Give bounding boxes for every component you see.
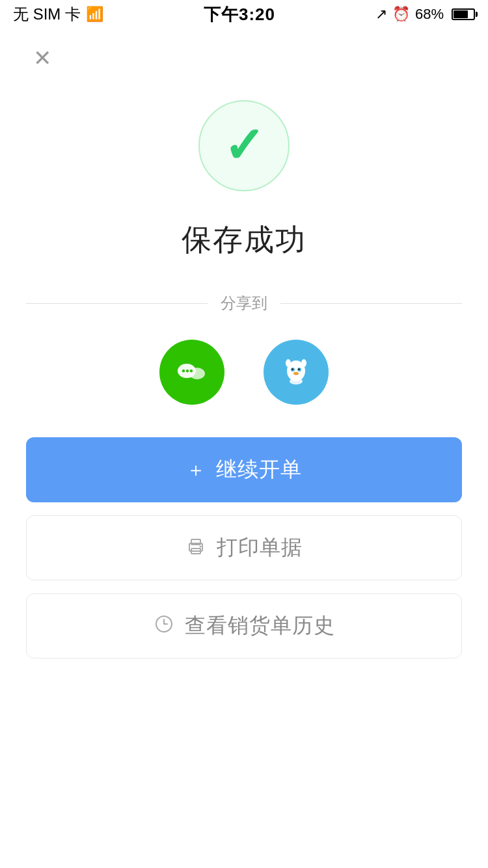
svg-point-4 (190, 370, 193, 372)
wechat-icon (174, 354, 210, 390)
svg-point-10 (298, 368, 300, 370)
close-button[interactable]: ✕ (26, 42, 59, 74)
continue-label: 继续开单 (216, 455, 302, 484)
svg-point-3 (186, 370, 189, 372)
share-label: 分享到 (221, 293, 267, 314)
plus-icon: ＋ (186, 457, 206, 483)
svg-point-2 (182, 370, 185, 372)
status-right: ↗ ⏰ 68% (375, 6, 475, 23)
svg-point-17 (200, 545, 202, 547)
history-label: 查看销货单历史 (185, 612, 335, 640)
share-section: 分享到 (26, 293, 462, 405)
divider-left (26, 303, 208, 304)
svg-point-12 (286, 359, 291, 367)
carrier-label: 无 SIM 卡 (13, 4, 81, 25)
share-qq-button[interactable] (264, 340, 329, 405)
svg-point-1 (189, 368, 205, 379)
print-icon (185, 536, 206, 561)
status-bar: 无 SIM 卡 📶 下午3:20 ↗ ⏰ 68% (0, 0, 488, 29)
battery-icon (452, 8, 475, 20)
time-label: 下午3:20 (204, 3, 275, 26)
svg-point-13 (301, 359, 306, 367)
status-left: 无 SIM 卡 📶 (13, 4, 103, 25)
wifi-icon: 📶 (86, 6, 103, 23)
location-icon: ↗ (375, 6, 387, 23)
svg-point-9 (291, 368, 293, 370)
checkmark-icon: ✓ (223, 121, 265, 170)
actions-section: ＋ 继续开单 打印单据 查看销货单历史 (26, 437, 462, 658)
share-divider-row: 分享到 (26, 293, 462, 314)
alarm-icon: ⏰ (392, 6, 410, 23)
continue-button[interactable]: ＋ 继续开单 (26, 437, 462, 502)
svg-point-11 (293, 372, 299, 375)
qq-icon (277, 353, 316, 392)
success-icon-circle: ✓ (198, 100, 290, 191)
history-button[interactable]: 查看销货单历史 (26, 593, 462, 658)
close-btn-row: ✕ (26, 42, 462, 74)
svg-point-6 (290, 378, 303, 385)
share-icons-row (159, 340, 329, 405)
success-title: 保存成功 (182, 220, 306, 260)
main-content: ✕ ✓ 保存成功 分享到 (0, 29, 488, 868)
divider-right (280, 303, 462, 304)
print-button[interactable]: 打印单据 (26, 515, 462, 580)
history-icon (154, 614, 174, 639)
print-label: 打印单据 (217, 534, 303, 562)
share-wechat-button[interactable] (159, 340, 224, 405)
battery-label: 68% (415, 6, 444, 23)
close-icon: ✕ (33, 47, 51, 69)
